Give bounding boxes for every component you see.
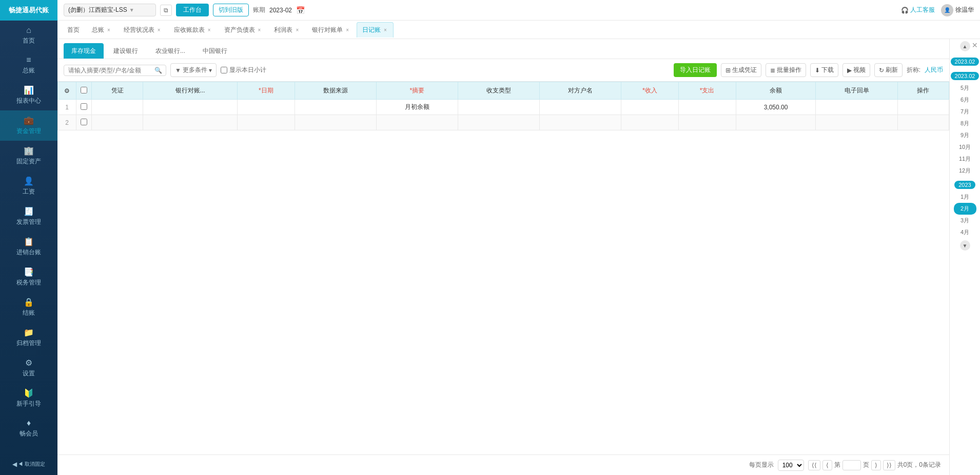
close-panel-button[interactable]: ✕ bbox=[972, 41, 978, 49]
row-checkbox-cell bbox=[76, 100, 92, 115]
cell-expense bbox=[678, 115, 736, 130]
sidebar-item-assets[interactable]: 🏢 固定资产 bbox=[0, 141, 57, 171]
next-page-button[interactable]: ⟩ bbox=[871, 460, 881, 470]
scroll-up-button[interactable]: ▲ bbox=[960, 41, 970, 51]
import-button[interactable]: 导入日记账 bbox=[674, 63, 717, 77]
video-button[interactable]: ▶ 视频 bbox=[842, 63, 870, 77]
month-item-12[interactable]: 12月 bbox=[954, 165, 976, 177]
tab-general[interactable]: 总账 × bbox=[86, 22, 117, 37]
sub-tab-china[interactable]: 中国银行 bbox=[195, 43, 235, 59]
sidebar-item-tax[interactable]: 📑 税务管理 bbox=[0, 262, 57, 292]
close-icon[interactable]: × bbox=[295, 27, 300, 33]
sidebar-item-home[interactable]: ⌂ 首页 bbox=[0, 21, 57, 50]
prev-page-button[interactable]: ⟨ bbox=[822, 460, 832, 470]
year-badge-current: 2023 bbox=[954, 181, 975, 189]
ledger-icon: ≡ bbox=[26, 55, 31, 65]
search-input[interactable] bbox=[64, 65, 166, 76]
tab-journal[interactable]: 日记账 × bbox=[357, 22, 394, 37]
col-bank-match: 银行对账... bbox=[143, 82, 238, 100]
sidebar-item-label: 工资 bbox=[23, 187, 35, 196]
tab-receivable[interactable]: 应收账款表 × bbox=[168, 22, 218, 37]
col-date: *日期 bbox=[237, 82, 295, 100]
sidebar-collapse-btn[interactable]: ◀ ◀ 取消固定 bbox=[9, 458, 48, 471]
filter-dropdown-icon: ▾ bbox=[209, 67, 212, 74]
close-icon[interactable]: × bbox=[345, 27, 350, 33]
download-button[interactable]: ⬇ 下载 bbox=[810, 63, 838, 77]
close-icon[interactable]: × bbox=[207, 27, 212, 33]
close-icon[interactable]: × bbox=[383, 27, 388, 33]
sidebar-bottom: ◀ ◀ 取消固定 bbox=[0, 453, 57, 475]
lock-icon: 🔒 bbox=[24, 297, 34, 307]
calendar-icon[interactable]: 📅 bbox=[296, 6, 305, 14]
sidebar-item-closing[interactable]: 🔒 结账 bbox=[0, 292, 57, 322]
close-icon[interactable]: × bbox=[106, 27, 111, 33]
tab-business[interactable]: 经营状况表 × bbox=[118, 22, 167, 37]
page-size-select[interactable]: 100 50 200 bbox=[778, 460, 804, 471]
copy-button[interactable]: ⧉ bbox=[160, 5, 172, 16]
month-item-10[interactable]: 10月 bbox=[954, 141, 976, 153]
sidebar-item-general[interactable]: ≡ 总账 bbox=[0, 50, 57, 80]
sidebar-item-archive[interactable]: 📁 归档管理 bbox=[0, 322, 57, 353]
month-item-8[interactable]: 8月 bbox=[954, 118, 976, 129]
month-item-1[interactable]: 1月 bbox=[954, 191, 976, 203]
month-item-2-active[interactable]: 2月 bbox=[954, 203, 976, 215]
page-input[interactable]: 1 bbox=[842, 460, 861, 470]
month-item-3[interactable]: 3月 bbox=[954, 215, 976, 226]
tab-assets[interactable]: 资产负债表 × bbox=[219, 22, 268, 37]
cell-bank-match bbox=[143, 115, 238, 130]
month-item-6[interactable]: 6月 bbox=[954, 94, 976, 106]
currency-label: 折称: bbox=[907, 66, 920, 74]
col-settings[interactable]: ⚙ bbox=[58, 82, 76, 100]
sub-tab-construction[interactable]: 建设银行 bbox=[106, 43, 146, 59]
company-selector[interactable]: (勿删）江西赔宝-LSS ▼ bbox=[64, 4, 156, 16]
select-all-checkbox[interactable] bbox=[81, 87, 87, 93]
user-info[interactable]: 👤 徐温华 bbox=[941, 4, 974, 16]
sidebar-item-settings[interactable]: ⚙ 设置 bbox=[0, 353, 57, 383]
refresh-button[interactable]: ↻ 刷新 bbox=[874, 63, 903, 77]
last-page-button[interactable]: ⟩⟩ bbox=[883, 460, 895, 470]
sidebar-item-vip[interactable]: ♦ 畅会员 bbox=[0, 413, 57, 443]
download-icon: ⬇ bbox=[815, 67, 820, 74]
filter-button[interactable]: ▼ 更多条件 ▾ bbox=[170, 63, 217, 77]
month-item-11[interactable]: 11月 bbox=[954, 153, 976, 165]
close-icon[interactable]: × bbox=[257, 27, 262, 33]
search-container: 🔍 bbox=[64, 65, 166, 76]
sidebar-item-reports[interactable]: 📊 报表中心 bbox=[0, 80, 57, 110]
row-checkbox[interactable] bbox=[81, 119, 87, 125]
daily-total-checkbox[interactable] bbox=[221, 67, 227, 73]
sidebar-item-label: 设置 bbox=[23, 369, 35, 378]
month-item-9[interactable]: 9月 bbox=[954, 129, 976, 141]
switch-old-button[interactable]: 切到旧版 bbox=[213, 4, 249, 16]
sidebar-item-sales[interactable]: 📋 进销台账 bbox=[0, 232, 57, 262]
workbench-button[interactable]: 工作台 bbox=[176, 4, 209, 16]
tab-bank[interactable]: 银行对账单 × bbox=[306, 22, 356, 37]
month-item-5[interactable]: 5月 bbox=[954, 82, 976, 94]
search-icon: 🔍 bbox=[154, 67, 162, 74]
first-page-button[interactable]: ⟨⟨ bbox=[808, 460, 820, 470]
folder-icon: 📁 bbox=[24, 328, 34, 337]
tab-home[interactable]: 首页 bbox=[62, 22, 85, 37]
dropdown-arrow-icon: ▼ bbox=[129, 7, 134, 13]
sidebar-item-guide[interactable]: 🔰 新手引导 bbox=[0, 383, 57, 413]
support-link[interactable]: 🎧 人工客服 bbox=[901, 6, 935, 14]
col-voucher: 凭证 bbox=[92, 82, 143, 100]
row-checkbox[interactable] bbox=[81, 103, 87, 110]
batch-op-button[interactable]: ≣ 批量操作 bbox=[766, 63, 806, 77]
sidebar-item-finance[interactable]: 💼 资金管理 bbox=[0, 110, 57, 141]
col-payment-type: 收支类型 bbox=[458, 82, 539, 100]
sub-tab-agriculture[interactable]: 农业银行... bbox=[148, 43, 193, 59]
scroll-down-button[interactable]: ▼ bbox=[960, 240, 970, 251]
sidebar-item-invoice[interactable]: 🧾 发票管理 bbox=[0, 201, 57, 232]
daily-total-checkbox-label[interactable]: 显示本日小计 bbox=[221, 66, 266, 74]
row-checkbox-cell bbox=[76, 115, 92, 130]
gear-icon: ⚙ bbox=[25, 358, 32, 368]
close-icon[interactable]: × bbox=[156, 27, 162, 33]
sidebar-item-salary[interactable]: 👤 工资 bbox=[0, 171, 57, 201]
month-item-4[interactable]: 4月 bbox=[954, 226, 976, 238]
currency-value[interactable]: 人民币 bbox=[925, 66, 943, 74]
tab-profit[interactable]: 利润表 × bbox=[268, 22, 305, 37]
month-item-7[interactable]: 7月 bbox=[954, 106, 976, 118]
generate-voucher-button[interactable]: ⊞ 生成凭证 bbox=[721, 63, 761, 77]
sub-tab-cash[interactable]: 库存现金 bbox=[64, 43, 104, 59]
col-counterpart: 对方户名 bbox=[539, 82, 621, 100]
